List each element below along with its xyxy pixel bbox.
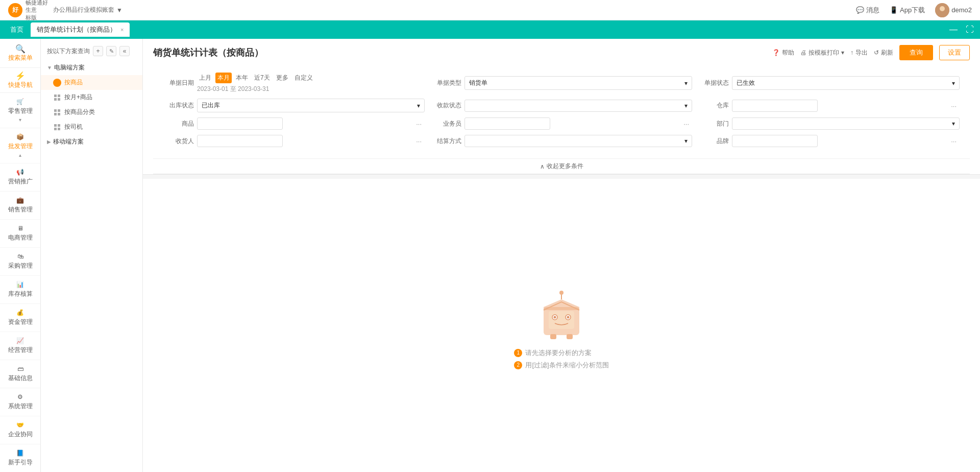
scheme-group-desktop: ▼ 电脑端方案 按商品 按月+商品 按商品分类	[41, 60, 142, 134]
scheme-item-by-month-goods[interactable]: 按月+商品	[41, 90, 142, 105]
tabbar: 首页 销货单统计计划（按商品） × — ⛶	[0, 20, 980, 39]
collapse-btn[interactable]: ∧ 收起更多条件	[540, 162, 583, 171]
sidebar-item-operation[interactable]: 📈 经营管理	[0, 332, 40, 360]
svg-rect-5	[54, 98, 57, 101]
user-profile[interactable]: demo2	[935, 3, 972, 17]
scheme-item-by-driver[interactable]: 按司机	[41, 120, 142, 134]
svg-point-19	[554, 316, 556, 318]
settings-btn[interactable]: 设置	[939, 45, 970, 60]
page-title-row: 销货单统计计表（按商品） ❓ 帮助 🖨 按模板打印 ▾ ↑	[153, 45, 970, 60]
dept-label: 部门	[698, 120, 729, 128]
scheme-group-mobile-title[interactable]: ▶ 移动端方案	[41, 134, 142, 149]
message-btn[interactable]: 💬 消息	[856, 6, 879, 15]
settlement-select[interactable]: ▾	[464, 135, 692, 147]
sidebar-quick-nav[interactable]: ⚡ 快捷导航	[0, 68, 40, 93]
shortcut-7days[interactable]: 近7天	[252, 73, 272, 83]
svg-point-20	[567, 316, 570, 318]
add-scheme-btn[interactable]: +	[93, 46, 103, 56]
edit-scheme-btn[interactable]: ✎	[106, 46, 116, 56]
logo-text: 畅捷通好生意 标版	[26, 0, 49, 21]
chevron-down-icon: ▾	[684, 102, 688, 109]
date-shortcuts: 上月 本月 本年 近7天 更多 自定义	[197, 73, 425, 83]
left-panel: 按以下方案查询 + ✎ « ▼ 电脑端方案 按商品 按月+商品	[41, 39, 143, 472]
shortcut-this-month[interactable]: 本月	[215, 73, 232, 83]
chevron-down-icon: ▾	[841, 49, 844, 56]
shortcut-last-month[interactable]: 上月	[197, 73, 213, 83]
out-status-select[interactable]: 已出库 ▾	[197, 99, 425, 112]
tab-maximize-btn[interactable]: ⛶	[964, 23, 976, 36]
chevron-up-icon: ▴	[19, 152, 21, 158]
sidebar-item-marketing[interactable]: 📢 营销推广	[0, 163, 40, 192]
step-number-2: 2	[514, 361, 522, 369]
step-number-1: 1	[514, 349, 522, 357]
tab-sales-stats[interactable]: 销货单统计计划（按商品） ×	[31, 22, 130, 37]
content-area: 按以下方案查询 + ✎ « ▼ 电脑端方案 按商品 按月+商品	[41, 39, 980, 472]
scheme-group-desktop-title[interactable]: ▼ 电脑端方案	[41, 60, 142, 75]
app-download-btn[interactable]: 📱 App下载	[890, 6, 925, 15]
goods-dots-icon[interactable]: ···	[416, 120, 422, 128]
chevron-down-icon: ▾	[417, 102, 420, 109]
warehouse-cell: 仓库 ···	[698, 100, 960, 112]
brand-input[interactable]	[732, 135, 818, 147]
dots-icon[interactable]: ···	[951, 102, 957, 109]
right-content: 销货单统计计表（按商品） ❓ 帮助 🖨 按模板打印 ▾ ↑	[143, 39, 980, 472]
query-btn[interactable]: 查询	[899, 45, 933, 60]
refresh-btn[interactable]: ↺ 刷新	[874, 49, 893, 57]
export-btn[interactable]: ↑ 导出	[850, 49, 868, 57]
goods-input[interactable]	[197, 117, 283, 130]
receiver-dots-icon[interactable]: ···	[416, 137, 422, 145]
date-filter-cell: 单据日期 上月 本月 本年 近7天 更多 自定义 20	[163, 73, 425, 93]
tab-minimize-btn[interactable]: —	[947, 23, 960, 36]
receive-status-label: 收款状态	[431, 101, 461, 110]
salesperson-label: 业务员	[431, 120, 461, 128]
status-select[interactable]: 已生效 ▾	[732, 76, 960, 90]
collapse-panel-btn[interactable]: «	[119, 46, 130, 56]
print-btn[interactable]: 🖨 按模板打印 ▾	[800, 49, 844, 57]
shortcut-this-year[interactable]: 本年	[234, 73, 250, 83]
brand-dots-icon[interactable]: ···	[951, 137, 957, 145]
sidebar: 🔍 搜索菜单 ⚡ 快捷导航 🛒 零售管理 ▾ 📦 批发管理 ▴ 📢 营销推广 💼…	[0, 39, 41, 472]
company-dropdown[interactable]: 办公用品行业模拟账套 ▼	[53, 6, 122, 14]
sidebar-item-guide[interactable]: 📘 新手引导	[0, 444, 40, 472]
receive-status-select[interactable]: ▾	[464, 100, 692, 112]
sidebar-item-system[interactable]: ⚙ 系统管理	[0, 388, 40, 416]
dept-select[interactable]: ▾	[732, 117, 960, 130]
receiver-input[interactable]	[197, 135, 283, 147]
sidebar-item-base[interactable]: 🗃 基础信息	[0, 360, 40, 388]
sidebar-item-ecommerce[interactable]: 🖥 电商管理	[0, 220, 40, 248]
tab-home[interactable]: 首页	[4, 22, 30, 37]
sidebar-item-purchase[interactable]: 🛍 采购管理	[0, 248, 40, 276]
sidebar-item-sales[interactable]: 💼 销售管理	[0, 192, 40, 220]
help-btn[interactable]: ❓ 帮助	[772, 49, 794, 57]
sidebar-item-finance[interactable]: 💰 资金管理	[0, 304, 40, 332]
scheme-item-by-category[interactable]: 按商品分类	[41, 105, 142, 120]
svg-rect-10	[58, 113, 60, 115]
chevron-down-icon: ▼	[116, 7, 122, 14]
scheme-active-icon	[53, 79, 61, 87]
salesperson-dots-icon[interactable]: ···	[683, 120, 689, 128]
type-select[interactable]: 销货单 ▾	[464, 76, 692, 90]
shortcut-custom[interactable]: 自定义	[292, 73, 315, 83]
svg-rect-24	[567, 334, 573, 339]
tab-close-btn[interactable]: ×	[120, 27, 124, 33]
sidebar-search[interactable]: 🔍 搜索菜单	[0, 39, 40, 68]
chevron-down-icon: ▾	[952, 80, 955, 87]
svg-rect-9	[54, 113, 57, 115]
svg-rect-12	[58, 124, 60, 127]
brand-cell: 品牌 ···	[698, 135, 960, 147]
shortcut-more[interactable]: 更多	[274, 73, 290, 83]
salesperson-input[interactable]	[464, 117, 550, 130]
receiver-cell: 收货人 ···	[163, 135, 425, 147]
question-icon: ❓	[772, 49, 780, 56]
warehouse-input[interactable]	[732, 100, 818, 112]
sidebar-item-enterprise[interactable]: 🤝 企业协同	[0, 416, 40, 444]
sidebar-item-wholesale[interactable]: 📦 批发管理 ▴	[0, 128, 40, 163]
sidebar-item-retail[interactable]: 🛒 零售管理 ▾	[0, 93, 40, 128]
sidebar-item-inventory[interactable]: 📊 库存核算	[0, 276, 40, 304]
left-panel-header: 按以下方案查询 + ✎ «	[41, 44, 142, 60]
salesperson-cell: 业务员 ···	[431, 117, 692, 130]
page-title: 销货单统计计表（按商品）	[153, 46, 263, 59]
svg-point-22	[559, 291, 564, 295]
scheme-item-by-goods[interactable]: 按商品	[41, 75, 142, 90]
svg-rect-11	[54, 124, 57, 127]
